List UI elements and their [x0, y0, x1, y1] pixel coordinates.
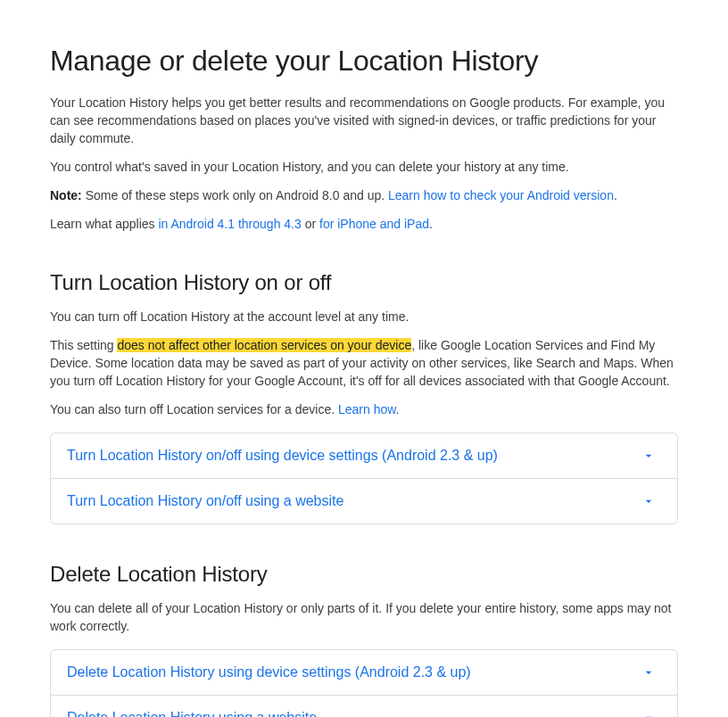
accordion-turn-website[interactable]: Turn Location History on/off using a web… [51, 479, 677, 523]
p3-pre: You can also turn off Location services … [50, 402, 338, 416]
android-version-link[interactable]: Learn how to check your Android version [388, 188, 614, 202]
accordion-title: Turn Location History on/off using devic… [67, 448, 498, 464]
accordion-group-turn: Turn Location History on/off using devic… [50, 433, 678, 524]
accordion-turn-device-settings[interactable]: Turn Location History on/off using devic… [51, 433, 677, 479]
section-heading-turn: Turn Location History on or off [50, 270, 678, 295]
accordion-title: Delete Location History using device set… [67, 664, 471, 680]
page-title: Manage or delete your Location History [50, 45, 678, 78]
accordion-group-delete: Delete Location History using device set… [50, 649, 678, 717]
note-label: Note: [50, 188, 82, 202]
learn-mid: or [302, 217, 319, 231]
learn-pre: Learn what applies [50, 217, 158, 231]
intro-paragraph-1: Your Location History helps you get bett… [50, 94, 678, 147]
section1-p3: You can also turn off Location services … [50, 400, 678, 418]
chevron-down-icon [640, 492, 658, 510]
chevron-down-icon [640, 447, 658, 465]
section1-p1: You can turn off Location History at the… [50, 308, 678, 326]
section1-p2: This setting does not affect other locat… [50, 336, 678, 390]
highlighted-text: does not affect other location services … [117, 338, 411, 352]
note-text: Some of these steps work only on Android… [82, 188, 388, 202]
chevron-down-icon [640, 663, 658, 681]
accordion-title: Delete Location History using a website [67, 710, 317, 717]
accordion-delete-website[interactable]: Delete Location History using a website [51, 696, 677, 717]
p2-pre: This setting [50, 338, 117, 352]
iphone-ipad-link[interactable]: for iPhone and iPad [319, 217, 429, 231]
intro-paragraph-2: You control what's saved in your Locatio… [50, 158, 678, 176]
learn-paragraph: Learn what applies in Android 4.1 throug… [50, 215, 678, 233]
chevron-down-icon [640, 709, 658, 717]
section2-p1: You can delete all of your Location Hist… [50, 599, 678, 635]
section-heading-delete: Delete Location History [50, 562, 678, 587]
learn-period: . [429, 217, 433, 231]
p3-period: . [396, 402, 400, 416]
accordion-delete-device-settings[interactable]: Delete Location History using device set… [51, 650, 677, 696]
accordion-title: Turn Location History on/off using a web… [67, 493, 343, 509]
note-paragraph: Note: Some of these steps work only on A… [50, 186, 678, 204]
learn-how-link[interactable]: Learn how [338, 402, 396, 416]
note-period: . [614, 188, 617, 202]
android-41-43-link[interactable]: in Android 4.1 through 4.3 [158, 217, 301, 231]
